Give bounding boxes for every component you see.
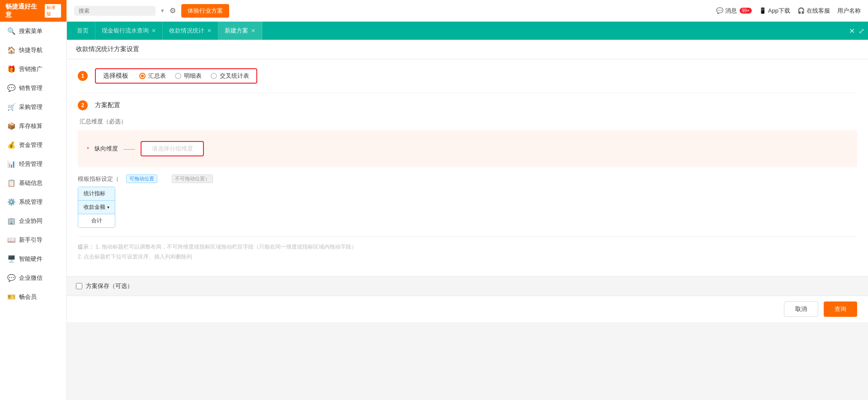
sidebar-item-smart-hw[interactable]: 🖥️ 智能硬件 [0, 249, 66, 268]
sidebar-item-system[interactable]: ⚙️ 系统管理 [0, 193, 66, 212]
sidebar-item-operations[interactable]: 📊 经营管理 [0, 155, 66, 174]
download-icon: 📱 [759, 7, 766, 14]
stat-indicator-header[interactable]: 统计指标 [78, 187, 115, 201]
sidebar-item-quick-nav[interactable]: 🏠 快捷导航 [0, 41, 66, 60]
required-star: * [87, 146, 89, 152]
logo-text: 畅捷通好生意 [5, 3, 41, 19]
trial-btn[interactable]: 体验行业方案 [181, 4, 229, 18]
message-label: 消息 [725, 7, 737, 15]
system-icon: ⚙️ [7, 198, 15, 206]
radio-summary[interactable]: 汇总表 [139, 72, 166, 80]
tab-home[interactable]: 首页 [71, 22, 95, 40]
dimension-select-dropdown[interactable]: 请选择分组维度 [141, 141, 204, 156]
tab-bank-flow-close-icon[interactable]: ✕ [151, 28, 156, 34]
sidebar-item-sales[interactable]: 💬 销售管理 [0, 79, 66, 98]
sidebar-item-newbie[interactable]: 📖 新手引导 [0, 231, 66, 249]
tabs-right-actions: ✕ ⤢ [849, 27, 864, 35]
sidebar-item-label: 销售管理 [19, 84, 42, 92]
tab-close-window-btn[interactable]: ✕ [849, 27, 855, 35]
sidebar-item-label: 系统管理 [19, 198, 42, 206]
save-label: 方案保存（可选） [86, 282, 133, 290]
step1-row: 1 选择模板 汇总表 明细表 交叉统 [78, 68, 857, 84]
sidebar-item-label: 库存核算 [19, 122, 42, 130]
radio-detail[interactable]: 明细表 [175, 72, 202, 80]
tab-collection-stat-close-icon[interactable]: ✕ [207, 28, 212, 34]
sidebar-item-search-menu[interactable]: 🔍 搜索菜单 [0, 22, 66, 41]
metrics-title: 模板指标设定（ [78, 175, 119, 183]
username[interactable]: 用户名称 [837, 7, 861, 15]
tab-maximize-btn[interactable]: ⤢ [859, 27, 864, 35]
logo-badge: 标准版 [45, 4, 61, 18]
sidebar-item-label: 营销推广 [19, 65, 42, 73]
stat-indicator-label: 统计指标 [84, 190, 105, 198]
hints-title: 提示： [78, 244, 94, 250]
gear-icon[interactable]: ⚙ [170, 6, 176, 15]
tab-collection-stat[interactable]: 收款情况统计 ✕ [163, 22, 218, 40]
step2-label: 方案配置 [95, 101, 120, 109]
hint1-text: 1. 拖动标题栏可以调整布局，不可跨维度或指标区域拖动栏目字段（只能在同一维度或… [95, 244, 356, 250]
dimension-section-title: 汇总维度（必选） [80, 118, 127, 125]
sidebar-item-corp-wechat[interactable]: 💬 企业微信 [0, 268, 66, 287]
search-input[interactable] [74, 6, 156, 16]
radio-dot-detail [175, 73, 181, 79]
tab-bank-flow[interactable]: 现金银行流水查询 ✕ [95, 22, 163, 40]
sidebar-item-label: 基础信息 [19, 179, 42, 187]
sidebar-item-label: 企业协同 [19, 217, 42, 225]
service-label: 在线客服 [807, 7, 830, 15]
sidebar-item-finance[interactable]: 💰 资金管理 [0, 136, 66, 155]
query-button[interactable]: 查询 [824, 301, 857, 317]
template-select-box: 选择模板 汇总表 明细表 交叉统计表 [95, 68, 257, 84]
tab-bank-flow-label: 现金银行流水查询 [102, 27, 149, 35]
stat-indicator: 统计指标 收款金额 ▾ 合计 [78, 187, 115, 228]
tab-collection-stat-label: 收款情况统计 [169, 27, 204, 35]
chevron-down-icon[interactable]: ▾ [161, 7, 164, 14]
sidebar-item-inventory[interactable]: 📦 库存核算 [0, 117, 66, 136]
tabs-bar: 首页 现金银行流水查询 ✕ 收款情况统计 ✕ 新建方案 ✕ ✕ ⤢ [67, 22, 868, 40]
dimension-placeholder: 请选择分组维度 [152, 145, 193, 152]
sidebar-item-corp-collab[interactable]: 🏢 企业协同 [0, 212, 66, 231]
header-right: 💬 消息 99+ 📱 App下载 🎧 在线客服 用户名称 [716, 7, 861, 15]
tab-new-plan-close-icon[interactable]: ✕ [251, 28, 255, 34]
save-checkbox[interactable] [76, 283, 82, 289]
sidebar-item-label: 企业微信 [19, 274, 42, 282]
step1-label: 选择模板 [103, 72, 128, 80]
page-content: 收款情况统计方案设置 1 选择模板 汇总表 明细表 [67, 40, 868, 400]
sidebar-item-basic-info[interactable]: 📋 基础信息 [0, 174, 66, 193]
sidebar-item-label: 资金管理 [19, 141, 42, 149]
service-btn[interactable]: 🎧 在线客服 [797, 7, 830, 15]
basic-info-icon: 📋 [7, 179, 15, 187]
search-menu-icon: 🔍 [7, 27, 15, 35]
sidebar-item-label: 畅会员 [19, 293, 37, 301]
sidebar-item-purchase[interactable]: 🛒 采购管理 [0, 98, 66, 117]
message-badge: 99+ [740, 8, 752, 14]
radio-label-cross: 交叉统计表 [220, 72, 249, 80]
drag-movable-tag: 可拖动位置 [126, 174, 157, 183]
divider1 [78, 93, 857, 93]
stat-col-label: 收款金额 [84, 203, 105, 211]
step2-row: 2 方案配置 [78, 100, 857, 110]
sidebar-item-label: 智能硬件 [19, 255, 42, 263]
main-area: ▾ ⚙ 体验行业方案 💬 消息 99+ 📱 App下载 🎧 在线客服 用户名称 … [67, 0, 868, 400]
corp-wechat-icon: 💬 [7, 274, 15, 282]
save-section: 方案保存（可选） [67, 276, 868, 296]
hints-section: 提示： 1. 拖动标题栏可以调整布局，不可跨维度或指标区域拖动栏目字段（只能在同… [78, 236, 857, 267]
service-icon: 🎧 [797, 7, 805, 14]
page-title: 收款情况统计方案设置 [67, 40, 868, 59]
message-btn[interactable]: 💬 消息 99+ [716, 7, 752, 15]
tab-new-plan-label: 新建方案 [225, 27, 248, 35]
marketing-icon: 🎁 [7, 65, 15, 73]
step1-circle: 1 [78, 71, 88, 81]
quick-nav-icon: 🏠 [7, 46, 15, 54]
sidebar-item-label: 新手引导 [19, 236, 42, 244]
sidebar-item-marketing[interactable]: 🎁 营销推广 [0, 60, 66, 79]
radio-cross[interactable]: 交叉统计表 [211, 72, 249, 80]
download-btn[interactable]: 📱 App下载 [759, 7, 790, 15]
cancel-button[interactable]: 取消 [784, 301, 818, 317]
stat-col-header[interactable]: 收款金额 ▾ [78, 201, 115, 214]
tab-new-plan[interactable]: 新建方案 ✕ [218, 22, 262, 40]
sidebar-item-label: 搜索菜单 [19, 27, 42, 35]
footer-actions: 取消 查询 [67, 296, 868, 322]
sidebar-item-label: 经营管理 [19, 160, 42, 168]
arrow-icon: —— [123, 146, 135, 152]
sidebar-item-member[interactable]: 🎫 畅会员 [0, 287, 66, 306]
